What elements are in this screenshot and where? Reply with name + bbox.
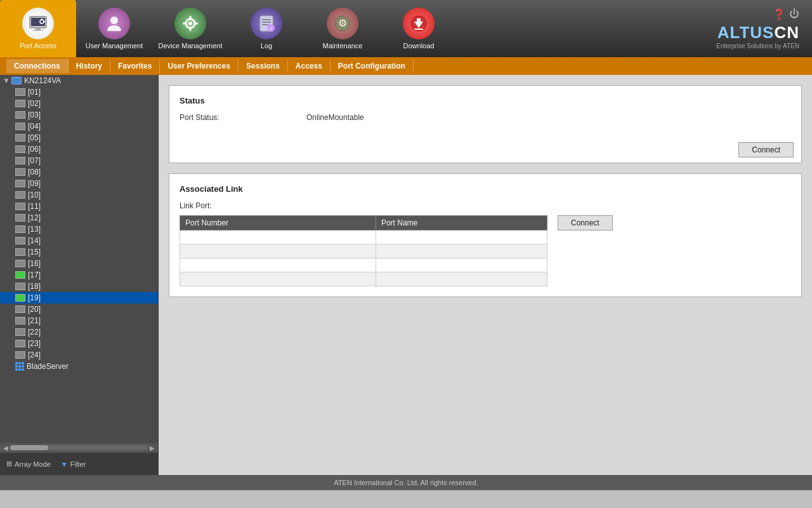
tree-port-08[interactable]: [08] <box>0 166 158 178</box>
tree-port-06[interactable]: [06] <box>0 144 158 155</box>
associated-link-panel: Associated Link Link Port: Port Number P… <box>169 173 802 297</box>
horizontal-scrollbar[interactable]: ◀ ▶ <box>0 443 158 452</box>
nav-maintenance-label: Maintenance <box>323 42 363 50</box>
associated-link-content: Port Number Port Name Connect <box>180 215 791 286</box>
nav-maintenance[interactable]: ⚙ Maintenance <box>304 0 381 57</box>
svg-rect-16 <box>262 22 271 23</box>
tree-port-02[interactable]: [02] <box>0 98 158 109</box>
port-label-10: [10] <box>28 190 41 199</box>
statusbar-text: ATEN International Co. Ltd. All rights r… <box>334 479 478 486</box>
tab-connections[interactable]: Connections <box>6 59 69 73</box>
port-icon-13 <box>15 225 25 233</box>
tree-port-03[interactable]: [03] <box>0 109 158 121</box>
port-icon-23 <box>15 340 25 347</box>
device-icon <box>11 77 22 84</box>
power-icon[interactable]: ⏻ <box>789 8 799 20</box>
sidebar: ▼ KN2124VA [01] [02] [03] [04] <box>0 75 159 475</box>
svg-text:⚙: ⚙ <box>338 18 347 29</box>
content-area: Status Port Status: OnlineMountable Conn… <box>159 75 812 475</box>
tree-port-14[interactable]: [14] <box>0 235 158 246</box>
scroll-thumb-x[interactable] <box>10 445 48 450</box>
tree-port-23[interactable]: [23] <box>0 338 158 349</box>
port-label-06: [06] <box>28 145 41 154</box>
port-icon-21 <box>15 317 25 324</box>
associated-link-title: Associated Link <box>180 184 791 194</box>
status-panel-inner: Status Port Status: OnlineMountable <box>169 86 801 137</box>
port-icon-24 <box>15 351 25 359</box>
filter-button[interactable]: ▼ Filter <box>61 460 86 468</box>
svg-point-7 <box>110 17 118 24</box>
nav-port-access[interactable]: Port Access <box>0 0 76 57</box>
tree-port-13[interactable]: [13] <box>0 224 158 235</box>
tab-port-configuration[interactable]: Port Configuration <box>331 59 414 73</box>
device-mgmt-icon <box>174 8 206 39</box>
tree-blade-server[interactable]: BladeServer <box>0 361 158 372</box>
svg-rect-13 <box>194 23 198 25</box>
status-connect-button[interactable]: Connect <box>738 142 794 157</box>
tree-port-21[interactable]: [21] <box>0 315 158 326</box>
tree-root-kn2124va[interactable]: ▼ KN2124VA <box>0 75 158 86</box>
tree-port-01[interactable]: [01] <box>0 86 158 98</box>
array-mode-button[interactable]: ⊞ Array Mode <box>6 460 51 468</box>
help-icon[interactable]: ❓ <box>773 8 785 20</box>
scroll-left-arrow[interactable]: ◀ <box>1 444 10 451</box>
tree-port-15[interactable]: [15] <box>0 246 158 258</box>
tree-port-04[interactable]: [04] <box>0 121 158 132</box>
blade-server-label: BladeServer <box>27 362 69 371</box>
port-label-05: [05] <box>28 133 41 142</box>
port-icon-10 <box>15 191 25 199</box>
port-label-23: [23] <box>28 339 41 348</box>
port-table-body <box>180 231 547 286</box>
port-label-13: [13] <box>28 225 41 234</box>
port-icon-16 <box>15 260 25 267</box>
nav-download[interactable]: Download <box>381 0 457 57</box>
collapse-icon[interactable]: ▼ <box>3 76 10 85</box>
tree-port-19[interactable]: [19] <box>0 292 158 304</box>
tree-port-22[interactable]: [22] <box>0 326 158 338</box>
port-label-04: [04] <box>28 122 41 131</box>
tree-port-07[interactable]: [07] <box>0 155 158 166</box>
tab-favorites[interactable]: Favorites <box>110 59 160 73</box>
port-icon-03 <box>15 111 25 119</box>
port-label-14: [14] <box>28 236 41 245</box>
log-icon: ✓ <box>251 8 282 39</box>
nav-device-management[interactable]: Device Management <box>152 0 228 57</box>
svg-rect-17 <box>262 24 268 25</box>
port-status-label: Port Status: <box>180 113 306 122</box>
port-label-07: [07] <box>28 156 41 165</box>
table-row-empty-1 <box>180 231 547 244</box>
array-mode-label: Array Mode <box>15 460 51 468</box>
tree-port-20[interactable]: [20] <box>0 304 158 315</box>
associated-link-connect-button[interactable]: Connect <box>558 215 613 231</box>
tab-history[interactable]: History <box>69 59 110 73</box>
port-icon-08 <box>15 168 25 176</box>
tree-port-12[interactable]: [12] <box>0 212 158 224</box>
tree-port-17[interactable]: [17] <box>0 269 158 281</box>
tree-port-11[interactable]: [11] <box>0 201 158 212</box>
svg-rect-12 <box>183 23 187 25</box>
maintenance-icon: ⚙ <box>327 8 358 39</box>
sidebar-tree: ▼ KN2124VA [01] [02] [03] [04] <box>0 75 158 443</box>
tab-bar: Connections History Favorites User Prefe… <box>0 57 812 75</box>
tree-port-10[interactable]: [10] <box>0 189 158 201</box>
nav-log[interactable]: ✓ Log <box>228 0 304 57</box>
link-port-label: Link Port: <box>180 201 791 210</box>
port-label-19: [19] <box>28 293 41 302</box>
tab-access[interactable]: Access <box>288 59 331 73</box>
tree-port-09[interactable]: [09] <box>0 178 158 189</box>
status-bar: ATEN International Co. Ltd. All rights r… <box>0 475 812 490</box>
scroll-right-arrow[interactable]: ▶ <box>148 444 157 451</box>
filter-label: Filter <box>70 460 86 468</box>
port-label-03: [03] <box>28 110 41 119</box>
tree-port-24[interactable]: [24] <box>0 349 158 361</box>
port-label-18: [18] <box>28 282 41 291</box>
nav-user-management[interactable]: User Management <box>76 0 152 57</box>
tree-port-18[interactable]: [18] <box>0 281 158 292</box>
tree-port-05[interactable]: [05] <box>0 132 158 144</box>
tree-port-16[interactable]: [16] <box>0 258 158 269</box>
svg-rect-11 <box>190 27 192 31</box>
tab-user-preferences[interactable]: User Preferences <box>160 59 239 73</box>
tab-sessions[interactable]: Sessions <box>239 59 288 73</box>
logo: ALTUSCN <box>717 23 799 43</box>
port-icon-20 <box>15 305 25 313</box>
